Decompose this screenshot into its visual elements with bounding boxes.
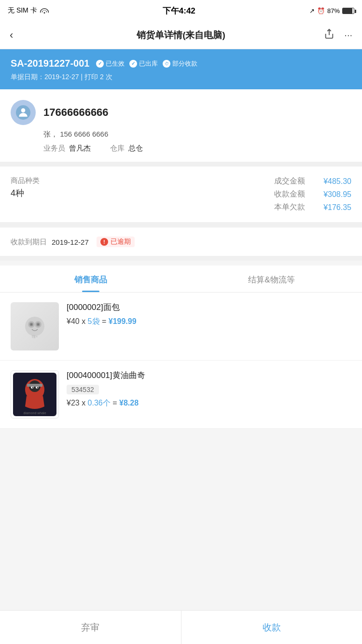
stats-right: 成交金额 ¥485.30 收款金额 ¥308.95 本单欠款 ¥176.35 (274, 176, 351, 212)
overdue-text: 已逾期 (111, 238, 131, 246)
svg-point-15 (37, 387, 39, 389)
customer-detail: 张， 156 6666 6666 (43, 130, 351, 139)
warehouse-label: 仓库 (110, 144, 125, 153)
amount-value: ¥485.30 (313, 177, 351, 186)
customer-section: 17666666666 张， 156 6666 6666 业务员 曾凡杰 仓库 … (0, 89, 362, 162)
nav-actions: ··· (324, 28, 352, 42)
divider-1 (0, 162, 362, 167)
battery-icon (342, 8, 354, 14)
avatar-icon (16, 105, 30, 120)
product-qty-1: 5袋 (88, 317, 100, 325)
sales-label: 业务员 (43, 144, 65, 153)
amount-label: 成交金额 (274, 176, 305, 186)
order-separator: | (81, 73, 85, 81)
due-section: 收款到期日 2019-12-27 ! 已逾期 (0, 228, 362, 256)
received-label: 收款金额 (274, 189, 305, 199)
svg-rect-16 (27, 384, 42, 387)
product-tag-2: 534532 (67, 385, 99, 394)
product-list: 嗨+ [0000002]面包 ¥40 x 5袋 = ¥199.99 (0, 293, 362, 429)
tab-underline (82, 291, 99, 292)
order-banner-top: SA-20191227-001 ✓ 已生效 ✓ 已出库 ⏱ 部分收款 (11, 58, 351, 69)
clock-icon: ⏱ (165, 61, 169, 66)
status-right: ↗ ⏰ 87% (309, 7, 354, 14)
svg-text:diamond whale: diamond whale (23, 411, 46, 415)
alarm-icon: ⏰ (317, 7, 325, 14)
wifi-icon (40, 7, 49, 15)
customer-meta-row: 业务员 曾凡杰 仓库 总仓 (43, 144, 351, 153)
svg-point-6 (30, 323, 32, 325)
check-icon: ✓ (98, 61, 102, 66)
product-placeholder-1: 嗨+ (11, 302, 59, 350)
overdue-dot-icon: ! (100, 238, 108, 246)
type-value: 4种 (11, 187, 40, 199)
amount-line: 成交金额 ¥485.30 (274, 176, 351, 186)
sales-value: 曾凡杰 (69, 144, 91, 153)
order-date: 单据日期：2019-12-27 (11, 73, 79, 81)
status-time: 下午4:42 (163, 5, 195, 16)
product-price-2: ¥23 (67, 399, 80, 407)
carrier-text: 无 SIM 卡 (8, 6, 37, 15)
customer-name-text: 张 (43, 130, 51, 138)
stats-row: 商品种类 4种 成交金额 ¥485.30 收款金额 ¥308.95 本单欠款 ¥… (11, 176, 351, 212)
bottom-bar: 弃审 收款 (0, 610, 362, 644)
product-item: 嗨+ [0000002]面包 ¥40 x 5袋 = ¥199.99 (0, 293, 362, 361)
product-name-2: [000400001]黄油曲奇 (67, 370, 351, 381)
badge-active: ✓ 已生效 (96, 59, 125, 68)
warehouse-item: 仓库 总仓 (110, 144, 143, 153)
product-x-1: x (82, 317, 87, 325)
badge-partial-label: 部分收款 (172, 59, 197, 68)
back-button[interactable]: ‹ (6, 25, 17, 45)
bottom-spacer (0, 429, 362, 467)
svg-point-7 (37, 323, 39, 325)
share-button[interactable] (324, 28, 334, 42)
status-bar: 无 SIM 卡 下午4:42 ↗ ⏰ 87% (0, 0, 362, 21)
badge-shipped-label: 已出库 (139, 59, 158, 68)
sales-item: 业务员 曾凡杰 (43, 144, 91, 153)
warehouse-value: 总仓 (128, 144, 143, 153)
order-banner: SA-20191227-001 ✓ 已生效 ✓ 已出库 ⏱ 部分收款 单据日期：… (0, 49, 362, 89)
confirm-label: 收款 (263, 621, 281, 634)
svg-point-0 (21, 108, 26, 112)
product-total-1: ¥199.99 (109, 317, 137, 325)
nav-title: 销货单详情(来自电脑) (137, 29, 225, 42)
tabs-row: 销售商品 结算&物流等 (0, 266, 362, 293)
location-icon: ↗ (309, 7, 315, 14)
badge-partial: ⏱ 部分收款 (163, 59, 197, 68)
due-date: 2019-12-27 (52, 238, 89, 246)
cancel-label: 弃审 (81, 621, 99, 634)
product-thumbnail-1: 嗨+ (11, 302, 59, 350)
type-label: 商品种类 (11, 176, 40, 185)
received-value: ¥308.95 (313, 190, 351, 199)
product-total-2: ¥8.28 (119, 399, 139, 407)
product-x-2: x (82, 399, 87, 407)
divider-2 (0, 222, 362, 227)
product-eq-2: = (112, 399, 119, 407)
tabs-section: 销售商品 结算&物流等 (0, 266, 362, 293)
owed-line: 本单欠款 ¥176.35 (274, 202, 351, 212)
tab-settlement-label: 结算&物流等 (248, 275, 294, 284)
product-eq-1: = (102, 317, 109, 325)
product-name-1: [0000002]面包 (67, 302, 351, 313)
due-label: 收款到期日 (11, 238, 47, 247)
received-line: 收款金额 ¥308.95 (274, 189, 351, 199)
status-badges: ✓ 已生效 ✓ 已出库 ⏱ 部分收款 (96, 59, 197, 68)
customer-phone: 17666666666 (43, 106, 109, 119)
owed-label: 本单欠款 (274, 202, 305, 212)
badge-shipped: ✓ 已出库 (129, 59, 158, 68)
avatar (11, 100, 36, 125)
tab-sales-products[interactable]: 销售商品 (0, 266, 181, 292)
tab-settlement[interactable]: 结算&物流等 (181, 266, 362, 292)
product-price-row-1: ¥40 x 5袋 = ¥199.99 (67, 317, 351, 327)
product-info-2: [000400001]黄油曲奇 534532 ¥23 x 0.36个 = ¥8.… (67, 370, 351, 408)
status-left: 无 SIM 卡 (8, 6, 49, 15)
product-price-1: ¥40 (67, 317, 80, 325)
svg-text:嗨+: 嗨+ (32, 335, 38, 339)
battery-percent: 87% (327, 7, 340, 14)
cancel-button[interactable]: 弃审 (0, 611, 181, 644)
more-button[interactable]: ··· (344, 29, 352, 41)
confirm-button[interactable]: 收款 (181, 611, 362, 644)
product-thumbnail-2: diamond whale (11, 370, 59, 419)
product-price-row-2: ¥23 x 0.36个 = ¥8.28 (67, 398, 351, 408)
customer-row: 17666666666 (11, 100, 351, 125)
owed-value: ¥176.35 (313, 203, 351, 212)
